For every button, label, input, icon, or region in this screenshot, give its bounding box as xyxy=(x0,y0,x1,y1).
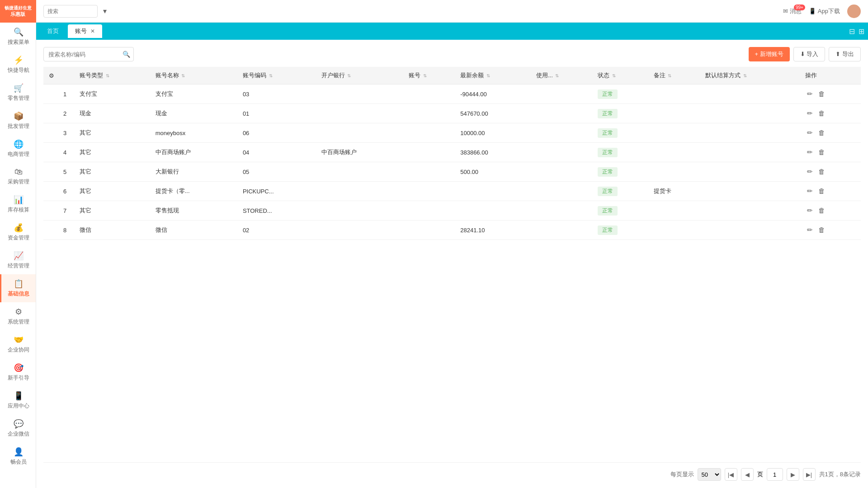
delete-button[interactable]: 🗑 xyxy=(816,147,827,157)
sidebar-item-finance-mgmt[interactable]: 💰 资金管理 xyxy=(0,218,36,246)
row-name: 支付宝 xyxy=(152,84,239,104)
header-left: ▾ xyxy=(43,5,107,18)
col-settings[interactable]: ⚙ xyxy=(43,67,60,84)
page-prev-btn[interactable]: ◀ xyxy=(741,468,754,481)
tab-maximize-icon[interactable]: ⊞ xyxy=(859,27,864,36)
sidebar-item-inventory[interactable]: 📊 库存核算 xyxy=(0,190,36,218)
sidebar-item-enterprise-agreement[interactable]: 🤝 企业协同 xyxy=(0,330,36,358)
row-balance xyxy=(457,201,533,221)
edit-button[interactable]: ✏ xyxy=(805,147,815,157)
row-type: 微信 xyxy=(76,221,152,240)
sidebar-item-ecommerce-mgmt[interactable]: 🌐 电商管理 xyxy=(0,135,36,163)
export-button[interactable]: ⬆ 导出 xyxy=(829,47,861,61)
col-type[interactable]: 账号类型 ⇅ xyxy=(76,67,152,84)
row-remark xyxy=(650,123,702,143)
row-default-settle xyxy=(702,104,802,123)
delete-button[interactable]: 🗑 xyxy=(816,186,827,196)
edit-button[interactable]: ✏ xyxy=(805,186,815,196)
delete-button[interactable]: 🗑 xyxy=(816,225,827,235)
sidebar-item-member[interactable]: 👤 畅会员 xyxy=(0,442,36,470)
tab-home[interactable]: 首页 xyxy=(40,24,66,38)
page-first-btn[interactable]: |◀ xyxy=(725,468,737,481)
delete-button[interactable]: 🗑 xyxy=(816,128,827,137)
sidebar-item-app-center[interactable]: 📱 应用中心 xyxy=(0,386,36,414)
tab-minimize-icon[interactable]: ⊟ xyxy=(849,27,855,36)
row-code: 04 xyxy=(239,143,318,162)
sidebar-item-wholesale-mgmt[interactable]: 📦 批发管理 xyxy=(0,107,36,135)
sidebar-item-quick-nav[interactable]: ⚡ 快捷导航 xyxy=(0,51,36,79)
import-button[interactable]: ⬇ 导入 xyxy=(793,47,826,61)
delete-button[interactable]: 🗑 xyxy=(816,108,827,118)
page-last-btn[interactable]: ▶| xyxy=(803,468,816,481)
tab-account[interactable]: 账号 ✕ xyxy=(68,24,102,38)
account-table-wrapper: ⚙ 账号类型 ⇅ 账号名称 ⇅ 账号编码 ⇅ 开户银行 ⇅ 账号 ⇅ 最新余额 … xyxy=(43,67,861,462)
col-remark[interactable]: 备注 ⇅ xyxy=(650,67,702,84)
app-center-icon: 📱 xyxy=(3,391,34,401)
sidebar-item-label: 库存核算 xyxy=(3,206,34,214)
sidebar-item-purchase-mgmt[interactable]: 🛍 采购管理 xyxy=(0,163,36,190)
header-dropdown-btn[interactable]: ▾ xyxy=(103,7,107,15)
sidebar-item-enterprise-wechat[interactable]: 💬 企业微信 xyxy=(0,414,36,442)
row-remark xyxy=(650,104,702,123)
retail-icon: 🛒 xyxy=(3,83,34,93)
delete-button[interactable]: 🗑 xyxy=(816,167,827,176)
app-download-label: App下载 xyxy=(818,7,840,15)
col-bank[interactable]: 开户银行 ⇅ xyxy=(318,67,405,84)
newbie-guide-icon: 🎯 xyxy=(3,363,34,373)
message-button[interactable]: ✉ 消息 99+ xyxy=(783,7,802,15)
row-usage xyxy=(533,104,594,123)
add-account-button[interactable]: + 新增账号 xyxy=(749,47,790,61)
row-balance: 28241.10 xyxy=(457,221,533,240)
col-name[interactable]: 账号名称 ⇅ xyxy=(152,67,239,84)
edit-button[interactable]: ✏ xyxy=(805,89,815,99)
row-bank xyxy=(318,201,405,221)
row-remark xyxy=(650,143,702,162)
page-total: 共1页，8条记录 xyxy=(819,470,861,479)
account-search-input[interactable] xyxy=(43,47,134,61)
user-avatar[interactable] xyxy=(847,5,861,18)
edit-button[interactable]: ✏ xyxy=(805,128,815,138)
row-name: 提货卡（零... xyxy=(152,182,239,201)
account-table: ⚙ 账号类型 ⇅ 账号名称 ⇅ 账号编码 ⇅ 开户银行 ⇅ 账号 ⇅ 最新余额 … xyxy=(43,67,861,240)
edit-button[interactable]: ✏ xyxy=(805,225,815,235)
row-remark xyxy=(650,201,702,221)
row-status: 正常 xyxy=(594,104,650,123)
sidebar-item-retail-mgmt[interactable]: 🛒 零售管理 xyxy=(0,79,36,107)
page-input[interactable] xyxy=(767,468,783,481)
col-balance[interactable]: 最新余额 ⇅ xyxy=(457,67,533,84)
search-icon-btn[interactable]: 🔍 xyxy=(123,51,130,58)
col-status[interactable]: 状态 ⇅ xyxy=(594,67,650,84)
row-name: 中百商场账户 xyxy=(152,143,239,162)
sidebar-item-system-mgmt[interactable]: ⚙ 系统管理 xyxy=(0,302,36,330)
col-default-settle[interactable]: 默认结算方式 ⇅ xyxy=(702,67,802,84)
header-search-input[interactable] xyxy=(43,5,98,18)
page-size-select[interactable]: 50 20 100 xyxy=(698,468,721,481)
row-type: 现金 xyxy=(76,104,152,123)
page-next-btn[interactable]: ▶ xyxy=(787,468,799,481)
sidebar-item-label: 系统管理 xyxy=(3,318,34,326)
col-account[interactable]: 账号 ⇅ xyxy=(405,67,457,84)
row-balance: -90444.00 xyxy=(457,84,533,104)
sidebar-item-ops-mgmt[interactable]: 📈 经营管理 xyxy=(0,246,36,274)
tab-close-icon[interactable]: ✕ xyxy=(90,28,95,34)
search-wrapper: 🔍 xyxy=(43,47,134,61)
row-usage xyxy=(533,221,594,240)
row-actions: ✏ 🗑 xyxy=(802,104,861,123)
col-code[interactable]: 账号编码 ⇅ xyxy=(239,67,318,84)
edit-button[interactable]: ✏ xyxy=(805,108,815,118)
app-download-button[interactable]: 📱 App下载 xyxy=(809,7,840,15)
row-default-settle xyxy=(702,162,802,182)
sidebar-item-search-menu[interactable]: 🔍 搜索菜单 xyxy=(0,23,36,51)
col-usage[interactable]: 使用... ⇅ xyxy=(533,67,594,84)
page-content: 🔍 + 新增账号 ⬇ 导入 ⬆ 导出 ⚙ 账号类型 ⇅ 账号名称 ⇅ 账号编码 … xyxy=(36,40,868,488)
delete-button[interactable]: 🗑 xyxy=(816,89,827,99)
sidebar-item-newbie-guide[interactable]: 🎯 新手引导 xyxy=(0,358,36,386)
row-actions: ✏ 🗑 xyxy=(802,162,861,182)
row-name: 现金 xyxy=(152,104,239,123)
sidebar-item-basic-info[interactable]: 📋 基础信息 xyxy=(0,274,36,302)
delete-button[interactable]: 🗑 xyxy=(816,206,827,215)
edit-button[interactable]: ✏ xyxy=(805,167,815,177)
row-status: 正常 xyxy=(594,221,650,240)
system-mgmt-icon: ⚙ xyxy=(3,307,34,317)
edit-button[interactable]: ✏ xyxy=(805,206,815,216)
